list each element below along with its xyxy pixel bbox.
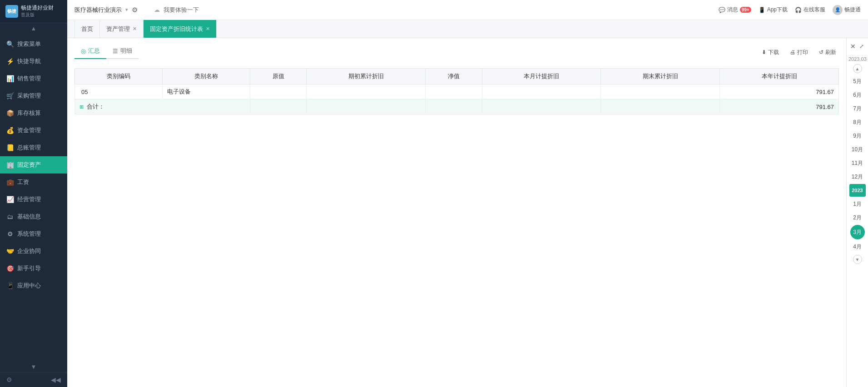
- sidebar-item-fixedassets[interactable]: 🏢 固定资产: [0, 156, 67, 174]
- col-net: 净值: [426, 69, 482, 84]
- handshake-icon: 🤝: [6, 248, 14, 255]
- header: 医疗器械行业演示 ▾ ⚙ ☁ 我要体验一下 💬 消息 99+ 📱 App下载 🎧…: [67, 0, 868, 20]
- col-initial-accum: 期初累计折旧: [307, 69, 426, 84]
- sub-tab-detail-label: 明细: [120, 47, 132, 55]
- sidebar-scroll-down[interactable]: ▼: [0, 362, 67, 372]
- sub-tab-detail[interactable]: ☰ 明细: [106, 44, 139, 59]
- sidebar-item-funds[interactable]: 💰 资金管理: [0, 122, 67, 139]
- sidebar-item-basicinfo[interactable]: 🗂 基础信息: [0, 208, 67, 225]
- demo-text[interactable]: 我要体验一下: [164, 6, 199, 14]
- total-monthly: [482, 99, 601, 114]
- total-net: [426, 99, 482, 114]
- month-2[interactable]: 2月: [849, 211, 866, 224]
- year-2023-label[interactable]: 2023: [849, 184, 866, 197]
- date-scroll-up[interactable]: ▲: [853, 64, 862, 73]
- company-name[interactable]: 医疗器械行业演示: [74, 6, 122, 14]
- refresh-label: 刷新: [825, 49, 836, 56]
- sidebar-item-quicknav[interactable]: ⚡ 快捷导航: [0, 53, 67, 70]
- cell-initial-accum: [307, 84, 426, 99]
- summary-icon: ◎: [81, 48, 86, 55]
- col-monthly: 本月计提折旧: [482, 69, 601, 84]
- total-end-accum: [601, 99, 720, 114]
- messages-action[interactable]: 💬 消息 99+: [719, 6, 751, 14]
- support-action[interactable]: 🎧 在线客服: [795, 6, 825, 14]
- book-icon: 📒: [6, 144, 14, 151]
- appdownload-label: App下载: [767, 6, 788, 14]
- cloud-icon: ☁: [154, 6, 160, 13]
- month-4[interactable]: 4月: [849, 240, 866, 253]
- panel-expand-button[interactable]: ⤢: [858, 40, 866, 53]
- briefcase-icon: 💼: [6, 179, 14, 186]
- sidebar-item-operations[interactable]: 📈 经营管理: [0, 191, 67, 208]
- sidebar-item-label: 搜索菜单: [17, 40, 41, 48]
- sidebar-footer: ⚙ ◀◀: [0, 372, 67, 387]
- month-1[interactable]: 1月: [849, 198, 866, 210]
- sidebar-item-inventory[interactable]: 📦 库存核算: [0, 104, 67, 122]
- appdownload-action[interactable]: 📱 App下载: [759, 6, 788, 14]
- table-row[interactable]: 05 电子设备 791.67: [75, 84, 839, 99]
- sidebar-item-purchase[interactable]: 🛒 采购管理: [0, 87, 67, 104]
- download-button[interactable]: ⬇ 下载: [759, 47, 782, 58]
- header-settings-icon[interactable]: ⚙: [132, 6, 138, 14]
- total-yearly: 791.67: [720, 99, 839, 114]
- user-action[interactable]: 👤 畅捷通: [833, 5, 861, 15]
- headset-icon: 🎧: [795, 7, 802, 13]
- phone-icon: 📱: [6, 282, 14, 289]
- tab-depreciation[interactable]: 固定资产折旧统计表 ✕: [144, 20, 217, 38]
- sidebar-item-sales[interactable]: 📊 销售管理: [0, 70, 67, 87]
- month-5[interactable]: 5月: [849, 75, 866, 88]
- search-icon: 🔍: [6, 40, 14, 48]
- sidebar-item-appcenter[interactable]: 📱 应用中心: [0, 277, 67, 294]
- sidebar-item-cooperation[interactable]: 🤝 企业协同: [0, 243, 67, 260]
- col-code: 类别编码: [75, 69, 163, 84]
- tab-depreciation-label: 固定资产折旧统计表: [150, 25, 203, 33]
- panel-close-button[interactable]: ✕: [849, 40, 857, 53]
- collapse-sidebar-button[interactable]: ◀◀: [51, 376, 61, 383]
- month-3-active[interactable]: 3月: [850, 225, 865, 239]
- tab-assetmgmt[interactable]: 资产管理 ✕: [100, 20, 144, 38]
- company-chevron-icon: ▾: [125, 7, 128, 13]
- total-text: 合计：: [87, 103, 104, 110]
- tab-depreciation-close[interactable]: ✕: [206, 26, 210, 32]
- sidebar-item-label: 快捷导航: [17, 57, 41, 65]
- month-8[interactable]: 8月: [849, 116, 866, 129]
- date-panel: ✕ ⤢ 2023.03 ▲ 5月 6月 7月 8月 9月 10月 11月 12月…: [846, 38, 868, 387]
- month-12[interactable]: 12月: [849, 170, 866, 183]
- refresh-button[interactable]: ↺ 刷新: [816, 47, 839, 58]
- month-11[interactable]: 11月: [849, 157, 866, 169]
- trend-icon: 📈: [6, 196, 14, 203]
- building-icon: 🏢: [6, 161, 14, 169]
- header-right: 💬 消息 99+ 📱 App下载 🎧 在线客服 👤 畅捷通: [719, 5, 861, 15]
- settings-footer-icon[interactable]: ⚙: [6, 376, 12, 383]
- sidebar-scroll-up[interactable]: ▲: [0, 23, 67, 34]
- refresh-icon: ↺: [819, 49, 823, 55]
- month-7[interactable]: 7月: [849, 102, 866, 115]
- avatar: 👤: [833, 5, 843, 15]
- sidebar-item-ledger[interactable]: 📒 总账管理: [0, 139, 67, 156]
- sidebar-item-guide[interactable]: 🎯 新手引导: [0, 260, 67, 277]
- flash-icon: ⚡: [6, 58, 14, 65]
- tab-home[interactable]: 首页: [74, 20, 100, 38]
- folder-icon: 🗂: [6, 213, 14, 220]
- sidebar: 畅捷 畅捷通好业财 普及版 ▲ 🔍 搜索菜单 ⚡ 快捷导航 📊 销售管理 🛒 采…: [0, 0, 67, 387]
- month-10[interactable]: 10月: [849, 143, 866, 156]
- sidebar-item-system[interactable]: ⚙ 系统管理: [0, 225, 67, 243]
- date-scroll-down[interactable]: ▼: [853, 255, 862, 264]
- print-button[interactable]: 🖨 打印: [787, 47, 811, 58]
- sidebar-item-label: 新手引导: [17, 264, 41, 273]
- sidebar-item-salary[interactable]: 💼 工资: [0, 174, 67, 191]
- sidebar-item-search[interactable]: 🔍 搜索菜单: [0, 35, 67, 53]
- col-yearly: 本年计提折旧: [720, 69, 839, 84]
- messages-badge: 99+: [740, 7, 751, 13]
- tab-home-label: 首页: [81, 25, 93, 33]
- tab-assetmgmt-close[interactable]: ✕: [133, 26, 137, 32]
- sidebar-item-label: 库存核算: [17, 109, 41, 117]
- month-6[interactable]: 6月: [849, 89, 866, 101]
- total-label: ⊞ 合计：: [75, 99, 250, 114]
- month-9[interactable]: 9月: [849, 129, 866, 142]
- sidebar-item-label: 应用中心: [17, 282, 41, 290]
- sidebar-item-label: 总账管理: [17, 144, 41, 152]
- cell-original: [250, 84, 307, 99]
- sub-tab-summary[interactable]: ◎ 汇总: [74, 44, 106, 59]
- panel-header: ✕ ⤢: [847, 38, 868, 55]
